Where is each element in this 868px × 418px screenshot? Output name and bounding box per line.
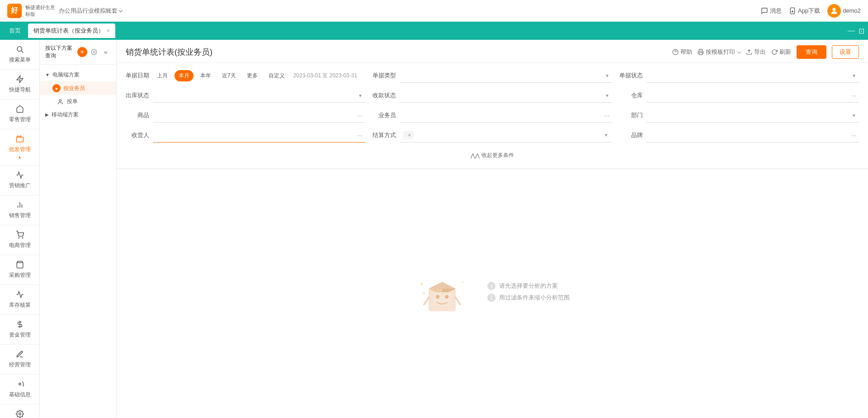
svg-point-37 bbox=[436, 295, 439, 299]
svg-line-39 bbox=[424, 298, 429, 304]
order-icon bbox=[58, 99, 64, 105]
date-btn-this-year[interactable]: 本年 bbox=[196, 70, 215, 81]
salesperson-input[interactable] bbox=[400, 108, 612, 123]
filter-salesperson: 业务员 ··· bbox=[373, 108, 612, 123]
message-nav[interactable]: 消息 bbox=[761, 7, 782, 15]
scheme-add-btn[interactable]: + bbox=[77, 47, 87, 57]
dept-select[interactable] bbox=[646, 108, 859, 123]
tab-home[interactable]: 首页 bbox=[4, 24, 26, 38]
brand-input[interactable] bbox=[646, 128, 859, 142]
sidebar-item-retail[interactable]: 零售管理 bbox=[0, 100, 39, 129]
export-icon bbox=[746, 49, 752, 55]
empty-tip-2: 2 用过滤条件来缩小分析范围 bbox=[487, 294, 570, 302]
setting-button[interactable]: 设置 bbox=[832, 45, 859, 59]
recv-status-control: ▼ bbox=[400, 88, 612, 103]
empty-tips: 1 请先选择要分析的方案 2 用过滤条件来缩小分析范围 bbox=[487, 282, 570, 305]
tab-close-btn[interactable]: × bbox=[107, 28, 110, 34]
double-up-icon: ⋀⋀ bbox=[471, 152, 480, 159]
nav-left: 好 畅捷通好生意 标版 办公用品行业模拟账套 bbox=[7, 4, 122, 18]
svg-point-5 bbox=[17, 47, 22, 52]
scheme-collapse-btn[interactable]: « bbox=[101, 47, 111, 57]
date-btn-more[interactable]: 更多 bbox=[243, 70, 262, 81]
out-status-select[interactable] bbox=[153, 88, 365, 103]
empty-tip-1: 1 请先选择要分析的方案 bbox=[487, 282, 570, 290]
user-nav[interactable]: demo2 bbox=[827, 4, 861, 18]
tree-expand-icon: ▼ bbox=[45, 72, 50, 77]
chevron-down-icon bbox=[119, 8, 123, 12]
date-btn-last-month[interactable]: 上月 bbox=[153, 70, 172, 81]
query-button[interactable]: 查询 bbox=[797, 45, 826, 59]
sidebar-item-search[interactable]: 搜索菜单 bbox=[0, 40, 39, 70]
filter-dept: 部门 ▼ bbox=[619, 108, 859, 123]
filter-out-status: 出库状态 ▼ bbox=[126, 88, 365, 103]
svg-point-41 bbox=[420, 283, 423, 285]
sidebar-item-operation[interactable]: 经营管理 bbox=[0, 345, 39, 375]
main-layout: 搜索菜单 快捷导航 零售管理 批发管理 ▲ 营销推广 bbox=[0, 40, 868, 418]
filter-recv-status: 收款状态 ▼ bbox=[373, 88, 612, 103]
template-print-dropdown-icon bbox=[737, 50, 741, 53]
top-navbar: 好 畅捷通好生意 标版 办公用品行业模拟账套 消息 bbox=[0, 0, 868, 22]
date-btn-this-month[interactable]: 本月 bbox=[175, 70, 193, 81]
ecommerce-icon bbox=[16, 231, 24, 239]
settlement-clear-btn[interactable]: × bbox=[408, 132, 411, 138]
receiver-control: ··· bbox=[153, 128, 365, 142]
collapse-bar[interactable]: ⋀⋀ 收起更多条件 bbox=[126, 148, 859, 163]
sidebar-item-inventory[interactable]: 库存核算 bbox=[0, 285, 39, 315]
tab-minimize-btn[interactable]: — bbox=[848, 27, 855, 35]
warehouse-input[interactable] bbox=[646, 88, 859, 103]
main-content: 销货单统计表(按业务员) 帮助 按模板打印 bbox=[117, 40, 868, 418]
system-icon bbox=[16, 410, 24, 418]
filter-date: 单据日期 上月 本月 本年 近7天 更多 自定义 2023-03-01 至 20… bbox=[126, 70, 365, 81]
sidebar-item-marketing[interactable]: 营销推广 bbox=[0, 166, 39, 195]
nav-right: 消息 App下载 demo2 bbox=[761, 4, 861, 18]
tab-maximize-btn[interactable]: ⊡ bbox=[859, 27, 864, 35]
scheme-actions: + « bbox=[77, 47, 111, 57]
out-status-control: ▼ bbox=[153, 88, 365, 103]
sidebar-item-basic[interactable]: 基础信息 bbox=[0, 375, 39, 404]
svg-point-13 bbox=[22, 238, 23, 238]
app-download-nav[interactable]: App下载 bbox=[789, 7, 820, 15]
svg-line-6 bbox=[21, 51, 23, 52]
tree-group-desktop-label[interactable]: ▼ 电脑端方案 bbox=[40, 68, 116, 81]
template-print-btn[interactable]: 按模板打印 bbox=[698, 48, 741, 56]
doc-type-select[interactable] bbox=[400, 68, 612, 83]
page-header: 销货单统计表(按业务员) 帮助 按模板打印 bbox=[117, 40, 868, 63]
edit-icon bbox=[91, 49, 97, 55]
tree-item-salesperson[interactable]: ● 按业务员 bbox=[40, 81, 116, 95]
breadcrumb-text: 办公用品行业模拟账套 bbox=[59, 7, 118, 15]
svg-marker-7 bbox=[17, 76, 23, 83]
svg-point-26 bbox=[93, 51, 95, 53]
scheme-edit-btn[interactable] bbox=[89, 47, 99, 57]
settlement-clear-tag: × bbox=[403, 131, 414, 139]
sidebar-item-ecommerce[interactable]: 电商管理 bbox=[0, 225, 39, 255]
goods-input[interactable] bbox=[153, 108, 365, 123]
help-icon bbox=[672, 49, 679, 55]
settlement-control: × ▼ bbox=[400, 128, 612, 142]
sidebar-item-system[interactable]: 系统管理 bbox=[0, 404, 39, 418]
retail-icon bbox=[16, 105, 24, 113]
sidebar-item-sales[interactable]: 销售管理 bbox=[0, 195, 39, 225]
doc-status-select[interactable] bbox=[646, 68, 859, 83]
date-btn-7days[interactable]: 近7天 bbox=[218, 70, 240, 81]
sidebar-item-finance[interactable]: 资金管理 bbox=[0, 315, 39, 345]
filter-doc-type: 单据类型 ▼ bbox=[373, 68, 612, 83]
message-icon bbox=[761, 7, 768, 14]
receiver-input[interactable] bbox=[153, 128, 365, 142]
refresh-btn[interactable]: 刷新 bbox=[771, 48, 791, 56]
date-filter-control: 上月 本月 本年 近7天 更多 自定义 2023-03-01 至 2023-03… bbox=[153, 70, 357, 81]
sidebar-item-quicknav[interactable]: 快捷导航 bbox=[0, 70, 39, 100]
tree-group-mobile-label[interactable]: ▶ 移动端方案 bbox=[40, 108, 116, 121]
recv-status-select[interactable] bbox=[400, 88, 612, 103]
sidebar-item-purchase[interactable]: 采购管理 bbox=[0, 255, 39, 285]
breadcrumb-dropdown[interactable] bbox=[119, 9, 122, 13]
date-btn-custom[interactable]: 自定义 bbox=[264, 70, 289, 81]
help-btn[interactable]: 帮助 bbox=[672, 48, 692, 56]
export-btn[interactable]: 导出 bbox=[746, 48, 766, 56]
user-avatar-icon bbox=[830, 6, 839, 15]
logo[interactable]: 好 畅捷通好生意 标版 bbox=[7, 4, 55, 18]
download-icon bbox=[789, 7, 796, 14]
sidebar-item-wholesale[interactable]: 批发管理 ▲ bbox=[0, 129, 39, 166]
tree-item-order[interactable]: 按单 bbox=[40, 95, 116, 108]
tip-num-1: 1 bbox=[487, 282, 495, 290]
tab-active[interactable]: 销货单统计表（按业务员） × bbox=[28, 24, 115, 38]
